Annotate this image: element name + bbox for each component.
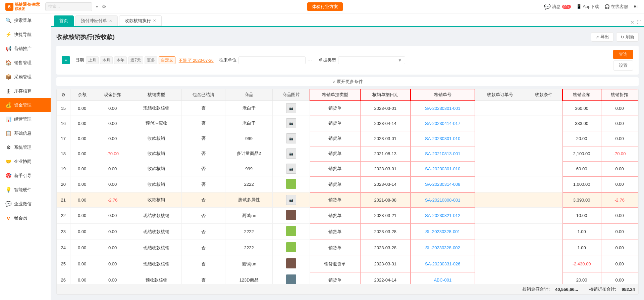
cell-seq: 25 xyxy=(57,256,70,272)
sidebar-label-search: 搜索菜单 xyxy=(14,17,32,24)
cell-bill-type: 销货单 xyxy=(310,161,360,176)
col-header-discount: 核销折扣 xyxy=(601,89,638,101)
cell-condition xyxy=(525,192,562,208)
sidebar-item-system[interactable]: ⚙ 系统管理 xyxy=(0,140,51,155)
sidebar-item-funds[interactable]: 💰 资金管理 xyxy=(0,98,51,112)
table-footer: 核销金额合计: 40,556,66... 核销折扣合计: 952.24 xyxy=(57,284,638,294)
cell-condition xyxy=(525,256,562,272)
cell-bill-date: 2023-03-31 xyxy=(360,256,411,272)
wechat-icon: 💬 xyxy=(5,201,11,207)
cell-bill-no[interactable]: ABC-001 xyxy=(411,272,475,284)
counterpart-input[interactable] xyxy=(238,56,306,64)
cell-bill-type: 销货单 xyxy=(310,146,360,161)
sidebar-item-purchase[interactable]: 📦 采购管理 xyxy=(0,70,51,84)
export-button[interactable]: ↗ 导出 xyxy=(591,32,613,42)
table-row: 24 0.00 0.00 现结收款核销 否 2222 销货单 2023-03-2… xyxy=(57,240,638,256)
sidebar-item-collab[interactable]: 🤝 企业协同 xyxy=(0,155,51,169)
col-header-bill-type: 核销单据类型 xyxy=(310,89,360,101)
filter-arrow[interactable]: » xyxy=(62,56,70,64)
cell-goods-img xyxy=(273,208,310,224)
refresh-button[interactable]: ↻ 刷新 xyxy=(616,32,639,42)
cell-balance: 0.00 xyxy=(70,256,94,272)
cell-bill-no[interactable]: SA-20210808-001 xyxy=(411,192,475,208)
cell-bill-date: 2023-03-01 xyxy=(360,131,411,146)
cell-balance: 0.00 xyxy=(70,272,94,284)
cell-goods: 999 xyxy=(225,161,273,176)
cell-cash-discount: 0.00 xyxy=(94,272,131,284)
date-btn-custom[interactable]: 自定义 xyxy=(159,56,175,64)
cell-bill-no[interactable]: SL-20230328-002 xyxy=(411,240,475,256)
sidebar-item-wechat[interactable]: 💬 企业微信 xyxy=(0,197,51,211)
cell-balance: 0.00 xyxy=(70,146,94,161)
cell-goods: 测试jun xyxy=(225,256,273,272)
tab-receipt[interactable]: 收款核销执行 ✕ xyxy=(119,15,162,26)
sidebar-item-operations[interactable]: 📊 经营管理 xyxy=(0,112,51,126)
tab-close-all-icon[interactable]: ✕ xyxy=(631,20,634,25)
sidebar-item-quicknav[interactable]: ⚡ 快捷导航 xyxy=(0,28,51,42)
sidebar-item-guide[interactable]: 🎯 新手引导 xyxy=(0,169,51,183)
sidebar-label-inventory: 库存核算 xyxy=(14,88,32,94)
date-range-display[interactable]: 不限 至 2023-07-26 xyxy=(179,58,214,63)
gear-icon[interactable]: ⚙ xyxy=(102,3,106,10)
cell-condition xyxy=(525,116,562,131)
date-btn-thisyear[interactable]: 本年 xyxy=(114,56,127,64)
cell-bill-no[interactable]: SA-20230331-026 xyxy=(411,256,475,272)
cell-bill-date: 2021-08-08 xyxy=(360,192,411,208)
cell-bill-date: 2023-03-28 xyxy=(360,224,411,240)
date-btn-7days[interactable]: 近7天 xyxy=(128,56,143,64)
sidebar-item-sales[interactable]: 🏠 销售管理 xyxy=(0,56,51,70)
app-download-link[interactable]: 📱 App下载 xyxy=(576,4,599,10)
user-name[interactable]: Rit xyxy=(634,4,639,9)
date-btn-more[interactable]: 更多 xyxy=(145,56,157,64)
filter-counterpart: 往来单位 ··· xyxy=(219,56,313,64)
cell-seq: 16 xyxy=(57,116,70,131)
sidebar-item-basics[interactable]: 📋 基础信息 xyxy=(0,126,51,140)
table-row: 16 0.00 0.00 预付冲应收 否 老白干 📷 销货单 2023-04-1… xyxy=(57,116,638,131)
cell-bill-no[interactable]: SA-20210813-001 xyxy=(411,146,475,161)
sidebar-item-member[interactable]: V 畅会员 xyxy=(0,211,51,225)
cell-bill-no[interactable]: SA-20230414-017 xyxy=(411,116,475,131)
tab-prepay-close[interactable]: ✕ xyxy=(109,19,112,23)
search-input-area[interactable]: 搜索... xyxy=(45,2,92,11)
billtype-select[interactable]: ▼ xyxy=(338,56,405,64)
sidebar-item-marketing[interactable]: 📢 营销推广 xyxy=(0,42,51,56)
tab-prepay[interactable]: 预付冲应付单 ✕ xyxy=(75,15,118,26)
cell-bill-date: 2023-03-21 xyxy=(360,208,411,224)
cell-goods-img: 📷 xyxy=(273,192,310,208)
cell-bill-type: 销货单 xyxy=(310,131,360,146)
tab-receipt-close[interactable]: ✕ xyxy=(153,18,156,23)
cell-receipt-no xyxy=(475,192,525,208)
dropdown-icon[interactable]: ▼ xyxy=(95,4,99,9)
cell-condition xyxy=(525,208,562,224)
tab-expand-icon[interactable]: ⛶ xyxy=(637,20,641,25)
col-header-gear[interactable]: ⚙ xyxy=(57,89,70,101)
cell-bill-no[interactable]: SA-20230301-010 xyxy=(411,131,475,146)
cell-seq: 26 xyxy=(57,272,70,284)
tab-home[interactable]: 首页 xyxy=(54,15,74,26)
cell-amount: 10.00 xyxy=(562,208,601,224)
cell-discount: 0.00 xyxy=(601,208,638,224)
cell-type: 现结收款核销 xyxy=(131,208,181,224)
online-service-link[interactable]: 🎧 在线客服 xyxy=(604,4,628,10)
cell-bill-no[interactable]: SA-20230301-001 xyxy=(411,101,475,116)
query-button[interactable]: 查询 xyxy=(613,50,633,59)
cell-bill-no[interactable]: SA-20230321-012 xyxy=(411,208,475,224)
cell-settled: 否 xyxy=(181,101,225,116)
sidebar-item-search[interactable]: 🔍 搜索菜单 xyxy=(0,13,51,28)
cell-bill-no[interactable]: SA-20230301-010 xyxy=(411,161,475,176)
cell-bill-date: 2023-03-28 xyxy=(360,240,411,256)
sidebar-item-inventory[interactable]: 🗄 库存核算 xyxy=(0,84,51,98)
solution-button[interactable]: 体验行业方案 xyxy=(307,2,343,11)
sidebar-item-hardware[interactable]: 💡 智能硬件 xyxy=(0,183,51,197)
settings-button[interactable]: 设置 xyxy=(613,60,633,71)
date-btn-lastmonth[interactable]: 上月 xyxy=(86,56,99,64)
filter-dates: 上月 本月 本年 近7天 更多 自定义 xyxy=(86,56,175,64)
message-icon[interactable]: 💬 消息 99+ xyxy=(544,3,571,10)
cell-goods: 2222 xyxy=(225,176,273,192)
date-btn-thismonth[interactable]: 本月 xyxy=(100,56,113,64)
cell-bill-no[interactable]: SA-20230314-008 xyxy=(411,176,475,192)
expand-bar[interactable]: ∨ 展开更多条件 xyxy=(56,77,639,86)
cell-bill-no[interactable]: SL-20230328-001 xyxy=(411,224,475,240)
cell-bill-date: 2023-03-01 xyxy=(360,101,411,116)
content-area: 首页 预付冲应付单 ✕ 收款核销执行 ✕ ✕ ⛶ 收款核销执行(按收款) xyxy=(51,13,644,300)
